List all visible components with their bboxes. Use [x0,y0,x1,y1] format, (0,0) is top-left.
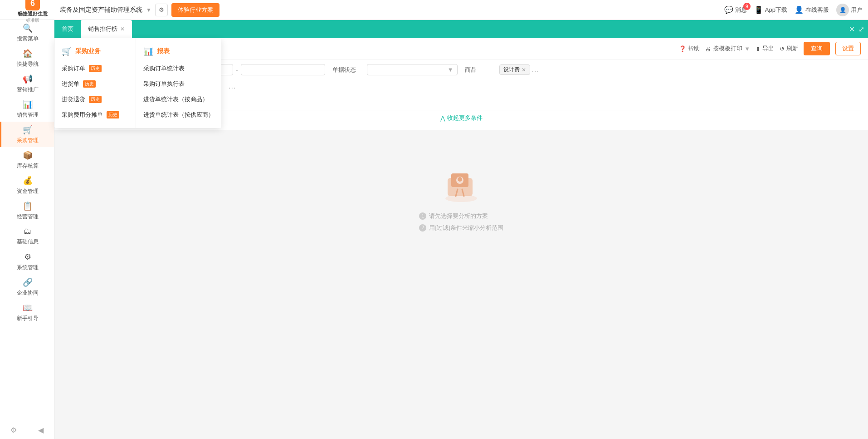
header-right: 💬 消息 9 📱 App下载 👤 在线客服 👤 用户 [724,4,863,16]
system-icon: ⚙ [24,252,31,262]
online-service-label: 在线客服 [805,6,829,14]
empty-icon [439,167,484,203]
goods-filter: 设计费 ✕ ... [499,64,539,75]
goods-receipt-history: 历史 [83,80,96,88]
tab-close-icon[interactable]: ✕ [120,26,125,32]
empty-tip-2: 2 用[过滤]条件来缩小分析范围 [419,222,503,234]
notification-count: 9 [743,3,751,10]
user-area[interactable]: 👤 用户 [836,4,863,16]
doc-status-select[interactable]: ▼ [367,64,458,75]
collapse-icon: ⋀ [440,115,445,122]
tip-num-2: 2 [419,224,426,232]
dropdown-item-po-stats[interactable]: 采购订单统计表 [136,61,221,76]
finance-icon: 💰 [23,176,33,186]
help-btn[interactable]: ❓ 帮助 [679,44,700,53]
help-label: 帮助 [688,44,700,53]
user-label: 用户 [851,6,863,14]
dropdown-item-receipt-by-supplier[interactable]: 进货单统计表（按供应商） [136,107,221,123]
sidebar-item-purchase[interactable]: 🛒 采购管理 [0,122,54,147]
online-service-btn[interactable]: 👤 在线客服 [795,5,829,14]
receipt-by-supplier-label: 进货单统计表（按供应商） [143,111,214,119]
dropdown-item-receipt-by-goods[interactable]: 进货单统计表（按商品） [136,92,221,107]
sidebar-label-guide: 新手引导 [17,315,39,322]
system-name-text: 装备及固定资产辅助管理系统 [60,6,142,14]
logo-area: 6 畅捷通好生意 标准版 [5,0,60,24]
tab-bar-right: ✕ ⤢ [849,25,868,34]
sidebar-label-basic-info: 基础信息 [17,238,39,246]
goods-dots-btn[interactable]: ... [532,66,539,74]
refresh-label: 刷新 [786,44,798,53]
dropdown-item-goods-return[interactable]: 进货退货 历史 [54,92,136,107]
enterprise-icon: 🔗 [23,277,33,287]
tip-text-2: 用[过滤]条件来缩小分析范围 [429,222,503,234]
notification-btn[interactable]: 💬 消息 9 [724,5,747,14]
receipt-by-goods-label: 进货单统计表（按商品） [143,95,208,104]
export-btn[interactable]: ⬆ 导出 [756,44,774,53]
salesperson-dots-btn[interactable]: ... [229,82,236,90]
guide-icon: 📖 [23,303,33,313]
sidebar-label-search: 搜索菜单 [17,35,39,43]
sidebar-item-finance[interactable]: 💰 资金管理 [0,173,54,198]
refresh-btn[interactable]: ↺ 刷新 [780,44,798,53]
report-header-icon: 📊 [143,46,153,56]
dropdown-purchase-col: 🛒 采购业务 采购订单 历史 进货单 历史 进货退货 历史 采购费用分摊单 历史 [54,38,136,128]
tab-sales-ranking-label: 销售排行榜 [88,25,117,33]
salesperson-filter: ... [229,82,236,90]
brand-name: 畅捷通好生意 [18,10,48,17]
goods-receipt-label: 进货单 [62,80,79,88]
tab-close-all-icon[interactable]: ✕ [849,25,855,34]
dropdown-item-goods-receipt[interactable]: 进货单 历史 [54,76,136,92]
sidebar-label-purchase: 采购管理 [17,137,39,144]
sidebar-item-enterprise[interactable]: 🔗 企业协同 [0,274,54,300]
dropdown-report-header: 📊 报表 [136,44,221,61]
report-header-label: 报表 [157,47,170,55]
date-separator: - [236,66,238,73]
basic-info-icon: 🗂 [24,227,32,236]
sidebar-item-system[interactable]: ⚙ 系统管理 [0,249,54,274]
industry-btn[interactable]: 体验行业方案 [171,3,219,17]
svg-point-4 [458,177,462,182]
sidebar-item-search[interactable]: 🔍 搜索菜单 [0,20,54,45]
top-header: 6 畅捷通好生意 标准版 装备及固定资产辅助管理系统 ▼ ⚙ 体验行业方案 💬 … [0,0,868,20]
settings-icon[interactable]: ⚙ [155,4,168,16]
settings-btn[interactable]: 设置 [835,42,861,55]
goods-tag-close[interactable]: ✕ [522,67,526,73]
dropdown-item-purchase-expense[interactable]: 采购费用分摊单 历史 [54,107,136,123]
dropdown-purchase-header: 🛒 采购业务 [54,44,136,61]
app-download-btn[interactable]: 📱 App下载 [754,5,787,14]
empty-state: 1 请先选择要分析的方案 2 用[过滤]条件来缩小分析范围 [54,130,868,270]
purchase-order-label: 采购订单 [62,64,85,73]
settings-bottom-icon[interactable]: ⚙ [10,426,17,434]
tab-expand-icon[interactable]: ⤢ [858,25,864,34]
system-name-area: 装备及固定资产辅助管理系统 ▼ ⚙ 体验行业方案 [60,3,724,17]
tab-bar: 首页 销售排行榜 ✕ ✕ ⤢ [54,20,868,38]
sidebar-item-operations[interactable]: 📋 经营管理 [0,198,54,223]
dropdown-item-po-exec[interactable]: 采购订单执行表 [136,76,221,92]
sidebar-label-finance: 资金管理 [17,187,39,195]
dropdown-item-purchase-order[interactable]: 采购订单 历史 [54,61,136,76]
query-btn[interactable]: 查询 [804,42,830,55]
sidebar-label-enterprise: 企业协同 [17,289,39,297]
sidebar-item-quick-nav[interactable]: 🏠 快捷导航 [0,45,54,71]
print-btn[interactable]: 🖨 按模板打印 ▼ [705,44,750,53]
tab-sales-ranking[interactable]: 销售排行榜 ✕ [81,20,132,38]
sidebar-item-basic-info[interactable]: 🗂 基础信息 [0,223,54,249]
sidebar-item-inventory[interactable]: 📦 库存核算 [0,147,54,173]
sidebar-item-marketing[interactable]: 📢 营销推广 [0,71,54,96]
sidebar-label-sales: 销售管理 [17,111,39,119]
empty-tip-1: 1 请先选择要分析的方案 [419,210,503,222]
collapse-sidebar-icon[interactable]: ◀ [38,426,44,434]
marketing-icon: 📢 [23,74,33,84]
purchase-header-icon: 🛒 [62,46,72,56]
doc-status-label: 单据状态 [332,66,360,74]
sidebar-item-guide[interactable]: 📖 新手引导 [0,300,54,325]
sidebar-label-marketing: 营销推广 [17,86,39,94]
operations-icon: 📋 [23,201,33,211]
print-dropdown-icon[interactable]: ▼ [744,45,750,52]
sidebar-label-operations: 经营管理 [17,213,39,221]
print-icon: 🖨 [705,45,711,52]
sidebar-item-sales[interactable]: 📊 销售管理 [0,96,54,122]
system-dropdown-icon[interactable]: ▼ [146,7,151,13]
sidebar-label-inventory: 库存核算 [17,162,39,170]
date-to-input[interactable]: 2024-12-31 [241,64,325,75]
